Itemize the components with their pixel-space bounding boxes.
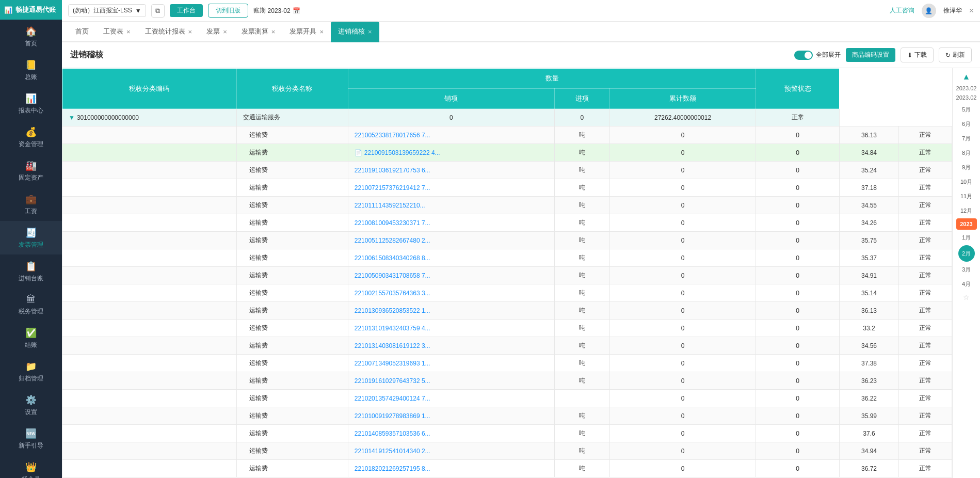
calendar-month-5[interactable]: 5月	[956, 103, 977, 116]
tab-payroll-table[interactable]: 工资表 ×	[96, 22, 138, 42]
tax-id-cell[interactable]: 2210051125282667480 2...	[348, 232, 554, 249]
download-button[interactable]: ⬇ 下载	[901, 47, 934, 62]
tax-id-cell[interactable]: 2210071349052319693 1...	[348, 355, 554, 372]
tax-id-cell[interactable]: 2210201357429400124 7...	[348, 390, 554, 407]
sidebar-item-sales-ledger[interactable]: 📋 进销台账	[0, 254, 62, 288]
calendar-month-10[interactable]: 10月	[956, 175, 977, 188]
tab-invoice-issue[interactable]: 发票开具 ×	[282, 22, 331, 42]
tax-id-cell[interactable]: 2210052338178017656 7...	[348, 126, 554, 144]
tab-sales-reconcile[interactable]: 进销稽核 ×	[331, 22, 379, 42]
sidebar-item-invoice-mgmt[interactable]: 🧾 发票管理	[0, 221, 62, 254]
sidebar-item-label: 工资	[25, 207, 37, 216]
tax-id-cell[interactable]: 2210072157376219412 7...	[348, 179, 554, 197]
user-name[interactable]: 徐泽华	[943, 6, 962, 15]
tax-id-cell[interactable]: 2210130936520853522 1...	[348, 302, 554, 320]
purchase-cell: 0	[756, 355, 839, 372]
company-selector[interactable]: (勿动）江西报宝-LSS ▼	[68, 4, 146, 17]
copy-button[interactable]: ⧉	[151, 4, 165, 18]
tab-close-icon[interactable]: ×	[223, 28, 227, 36]
child-name-cell: 运输费	[236, 232, 348, 249]
tax-code-cell: ▼301000000000000000	[62, 109, 237, 126]
topbar-right: 人工咨询 👤 徐泽华 ×	[890, 4, 974, 18]
close-button[interactable]: ×	[969, 6, 974, 15]
refresh-button[interactable]: ↻ 刷新	[939, 47, 972, 62]
sidebar-item-reports[interactable]: 📊 报表中心	[0, 87, 62, 120]
status-cell: 正常	[899, 179, 952, 197]
tax-id-cell[interactable]: 2210182021269257195 8...	[348, 460, 554, 477]
assets-icon: 🏭	[25, 160, 37, 171]
calendar-month-6[interactable]: 6月	[956, 117, 977, 131]
sale-cell: 0	[609, 267, 756, 284]
calendar-month-8[interactable]: 8月	[956, 146, 977, 160]
sidebar-item-funds[interactable]: 💰 资金管理	[0, 120, 62, 154]
sidebar-item-home[interactable]: 🏠 首页	[0, 20, 62, 53]
tab-close-icon[interactable]: ×	[319, 28, 324, 36]
tax-id-cell[interactable]: 2210131403081619122 3...	[348, 337, 554, 355]
sale-cell: 0	[609, 355, 756, 372]
th-quantity-group: 数量	[348, 69, 756, 89]
data-table-container[interactable]: 税收分类编码 税收分类名称 数量 预警状态 销项 进项 累计数额	[62, 68, 952, 478]
sidebar-item-member[interactable]: 👑 畅会员	[0, 455, 62, 478]
calendar-month-7[interactable]: 7月	[956, 132, 977, 145]
back-button[interactable]: 切到旧版	[208, 4, 248, 18]
calendar-month-2-active[interactable]: 2月	[958, 245, 975, 262]
child-name-cell: 运输费	[236, 144, 348, 162]
tag-cell: 吨	[554, 320, 609, 337]
tax-id-cell[interactable]: 2210141912541014340 2...	[348, 442, 554, 460]
tax-id-cell[interactable]: 2210140859357103536 6...	[348, 425, 554, 442]
period-value: 2023-02	[268, 7, 291, 14]
sidebar-item-ledger[interactable]: 📒 总账	[0, 53, 62, 87]
invoice-mgmt-icon: 🧾	[25, 227, 37, 238]
calendar-month-3[interactable]: 3月	[956, 263, 977, 276]
file-icon: 📄	[355, 149, 362, 156]
cumulative-cell: 35.37	[839, 249, 898, 267]
calendar-month-1[interactable]: 1月	[956, 231, 977, 244]
tax-id-cell[interactable]: 2210050903431708658 7...	[348, 267, 554, 284]
tax-id-cell[interactable]: 2210131019432403759 4...	[348, 320, 554, 337]
tax-id-cell[interactable]: 2210191610297643732 5...	[348, 372, 554, 390]
tab-invoice[interactable]: 发票 ×	[199, 22, 234, 42]
calendar-up-button[interactable]: ▲	[960, 70, 973, 84]
table-row: 运输费2210081009453230371 7...吨0034.26正常	[62, 214, 952, 232]
period-selector[interactable]: 账期 2023-02 📅	[253, 6, 300, 15]
tab-close-icon[interactable]: ×	[271, 28, 276, 36]
sidebar-item-payroll[interactable]: 💼 工资	[0, 187, 62, 221]
support-button[interactable]: 人工咨询	[890, 6, 914, 15]
tax-id-cell[interactable]: 2210111143592152210...	[348, 197, 554, 214]
sidebar-item-assets[interactable]: 🏭 固定资产	[0, 154, 62, 187]
product-code-button[interactable]: 商品编码设置	[846, 48, 895, 62]
sidebar-item-label: 畅会员	[22, 475, 40, 478]
tax-id-cell[interactable]: 2210061508340340268 8...	[348, 249, 554, 267]
sidebar-item-guide[interactable]: 🆕 新手引导	[0, 422, 62, 455]
sidebar-item-archive[interactable]: 📁 归档管理	[0, 355, 62, 388]
expand-toggle[interactable]	[794, 51, 813, 60]
tab-label: 工资表	[103, 27, 123, 36]
status-cell: 正常	[899, 126, 952, 144]
tax-id-cell[interactable]: 2210100919278983869 1...	[348, 407, 554, 425]
sidebar-item-settle[interactable]: ✅ 结账	[0, 321, 62, 355]
content-wrapper: 税收分类编码 税收分类名称 数量 预警状态 销项 进项 累计数额	[62, 68, 952, 478]
tab-close-icon[interactable]: ×	[368, 28, 372, 36]
calendar-month-4[interactable]: 4月	[956, 277, 977, 291]
tab-close-icon[interactable]: ×	[188, 28, 192, 36]
collapse-icon[interactable]: ▼	[69, 114, 75, 121]
child-name-cell: 运输费	[236, 320, 348, 337]
tab-close-icon[interactable]: ×	[126, 28, 131, 36]
tag-cell: 吨	[554, 214, 609, 232]
calendar-month-9[interactable]: 9月	[956, 161, 977, 174]
tab-payroll-report[interactable]: 工资统计报表 ×	[138, 22, 200, 42]
tax-id-cell[interactable]: 2210191036192170753 6...	[348, 162, 554, 179]
tab-invoice-calc[interactable]: 发票测算 ×	[234, 22, 283, 42]
sidebar-item-tax[interactable]: 🏛 税务管理	[0, 288, 62, 321]
tax-id-cell[interactable]: 2210021557035764363 3...	[348, 284, 554, 302]
tab-home[interactable]: 首页	[68, 22, 96, 42]
sidebar-item-settings[interactable]: ⚙️ 设置	[0, 388, 62, 422]
calendar-icon: 📅	[293, 7, 300, 14]
status-cell: 正常	[899, 284, 952, 302]
purchase-cell: 0	[756, 302, 839, 320]
tax-id-cell[interactable]: 2210081009453230371 7...	[348, 214, 554, 232]
calendar-month-11[interactable]: 11月	[956, 189, 977, 203]
calendar-month-12[interactable]: 12月	[956, 204, 977, 217]
tax-id-cell[interactable]: 📄2210091503139659222 4...	[348, 144, 554, 162]
workbench-button[interactable]: 工作台	[170, 4, 203, 17]
